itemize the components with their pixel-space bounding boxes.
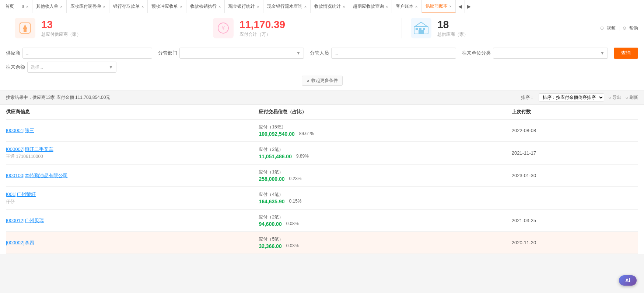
nav-tab-payment-exec-label: 收款核销执行 — [190, 3, 217, 10]
nav-tab-bank-deposit-label: 银行存取款单 — [113, 3, 140, 10]
nav-tab-customer-ledger[interactable]: 客户账本 × — [392, 0, 421, 13]
payable-percent-5: 0.03% — [286, 243, 299, 248]
payable-percent-0: 89.61% — [299, 131, 314, 136]
supplier-link-4[interactable]: [000012]广州贝瑞 — [6, 217, 259, 224]
nav-tab-other-income[interactable]: 其他收入单 × — [32, 0, 66, 13]
payable-amount-0[interactable]: 100,092,540.00 — [259, 131, 294, 137]
payable-suppliers-label: 总应付供应商（家） — [41, 31, 81, 38]
balance-label: 往来余额 — [6, 64, 25, 70]
payable-amount-5[interactable]: 32,366.00 — [259, 243, 281, 249]
svg-rect-6 — [416, 28, 418, 30]
nav-tab-cash-bank-stats-close[interactable]: × — [257, 4, 259, 9]
payable-amount-3[interactable]: 164,635.90 — [259, 199, 284, 204]
table-row: [000007]恒旺二手叉车 王通 17106110000 应付（2笔） 11,… — [6, 142, 638, 165]
balance-select[interactable]: 选择... ▼ — [27, 62, 116, 73]
export-icon: ○ — [609, 95, 611, 100]
sort-select[interactable]: 排序：按应付余额倒序排序 — [539, 93, 604, 101]
nav-tab-payment-exec[interactable]: 收款核销执行 × — [186, 0, 225, 13]
payable-amount-4[interactable]: 94,600.00 — [259, 221, 281, 227]
supplier-input[interactable]: ... — [22, 48, 152, 59]
svg-rect-8 — [423, 28, 425, 30]
nav-tab-advance-offset-label: 预收冲应收单 — [151, 3, 178, 10]
supplier-link-5[interactable]: [000002]李四 — [6, 239, 259, 246]
nav-tab-overdue-query-close[interactable]: × — [386, 4, 388, 9]
nav-tab-home-label: 首页 — [5, 3, 14, 10]
payable-percent-3: 0.15% — [289, 199, 301, 204]
payable-info-4: 应付（2笔） 94,600.00 0.08% — [259, 214, 511, 227]
summary-total-suppliers-text: 18 总供应商（家） — [437, 18, 468, 38]
supplier-info-5: [000002]李四 — [6, 239, 259, 246]
filter-row-2: 往来余额 选择... ▼ — [6, 62, 638, 73]
nav-tab-overdue-query[interactable]: 超期应收款查询 × — [349, 0, 392, 13]
total-payable-amount: 11,170.39 — [239, 18, 286, 31]
svg-marker-10 — [415, 22, 427, 27]
supplier-info-0: [000001]张三 — [6, 127, 259, 134]
category-label: 往来单位分类 — [462, 50, 491, 56]
nav-tab-cash-bank-stats-label: 现金银行统计 — [228, 3, 255, 10]
collapse-label: 收起更多条件 — [311, 77, 338, 84]
table-container: 供应商信息 应付交易信息（占比） 上次付数 [000001]张三 应付（15笔）… — [0, 105, 644, 254]
nav-tab-bank-deposit[interactable]: 银行存取款单 × — [109, 0, 148, 13]
total-suppliers-count: 18 — [437, 18, 468, 31]
nav-tab-3[interactable]: 3 × — [18, 0, 32, 13]
nav-tab-ar-ap-adjust[interactable]: 应收应付调整单 × — [67, 0, 109, 13]
supplier-link-0[interactable]: [000001]张三 — [6, 127, 259, 134]
video-link[interactable]: 视频 — [607, 25, 616, 31]
filter-row-1: 供应商 ... 分管部门 ▼ 分管人员 ... 往来单位分类 ▼ 查询 — [6, 48, 638, 59]
person-label: 分管人员 — [310, 50, 329, 56]
nav-tab-cash-flow-query-label: 现金银行流水查询 — [267, 3, 302, 10]
supplier-info-4: [000012]广州贝瑞 — [6, 217, 259, 224]
filter-area: 供应商 ... 分管部门 ▼ 分管人员 ... 往来单位分类 ▼ 查询 — [0, 43, 644, 90]
top-links: ⊙ 视频 | ⊙ 帮助 — [600, 25, 638, 31]
summary-bar: 13 总应付供应商（家） ¥ 11,170.39 应付合计（万） — [0, 13, 644, 43]
nav-tab-bank-deposit-close[interactable]: × — [141, 4, 144, 9]
dept-select[interactable]: ▼ — [179, 48, 304, 59]
nav-tab-payment-exec-close[interactable]: × — [218, 4, 221, 9]
last-pay-5: 2020-11-20 — [512, 240, 638, 245]
payable-amount-1[interactable]: 11,051,486.00 — [259, 154, 292, 159]
supplier-info-3: [001]广州荣轩 仔仔 — [6, 191, 259, 205]
payable-label-1: 应付（2笔） — [259, 146, 511, 153]
person-input[interactable]: ... — [331, 48, 456, 59]
export-button[interactable]: ○ 导出 — [609, 94, 621, 101]
nav-tab-ar-ap-adjust-close[interactable]: × — [103, 4, 105, 9]
nav-tab-cash-flow-query-close[interactable]: × — [304, 4, 307, 9]
nav-tab-payment-stats-close[interactable]: × — [343, 4, 345, 9]
table-row: [001]广州荣轩 仔仔 应付（4笔） 164,635.90 0.15% — [6, 187, 638, 210]
payable-info-3: 应付（4笔） 164,635.90 0.15% — [259, 192, 511, 204]
nav-tab-advance-offset-close[interactable]: × — [180, 4, 182, 9]
payable-suppliers-count: 13 — [41, 18, 81, 31]
dept-dropdown-icon: ▼ — [296, 51, 301, 56]
nav-tab-cash-bank-stats[interactable]: 现金银行统计 × — [225, 0, 263, 13]
nav-tab-other-income-label: 其他收入单 — [36, 3, 58, 10]
col-header-supplier: 供应商信息 — [6, 108, 259, 115]
nav-right-arrow[interactable]: ▶ — [465, 0, 473, 13]
collapse-button[interactable]: ∧ 收起更多条件 — [302, 76, 343, 86]
nav-tab-supplier-ledger-close[interactable]: × — [449, 4, 452, 8]
nav-tab-cash-flow-query[interactable]: 现金银行流水查询 × — [263, 0, 311, 13]
help-link[interactable]: 帮助 — [629, 25, 638, 31]
payable-info-0: 应付（15笔） 100,092,540.00 89.61% — [259, 124, 511, 137]
payable-amount-2[interactable]: 258,000.00 — [259, 176, 284, 182]
supplier-link-1[interactable]: [000007]恒旺二手叉车 — [6, 146, 259, 153]
nav-tab-advance-offset[interactable]: 预收冲应收单 × — [148, 0, 186, 13]
nav-tab-home[interactable]: 首页 — [1, 0, 18, 13]
supplier-link-3[interactable]: [001]广州荣轩 — [6, 191, 259, 198]
nav-tab-supplier-ledger[interactable]: 供应商账本 × — [422, 0, 456, 13]
search-button[interactable]: 查询 — [614, 48, 638, 59]
nav-tab-3-close[interactable]: × — [26, 4, 28, 9]
payable-label-0: 应付（15笔） — [259, 124, 511, 130]
svg-rect-7 — [419, 28, 421, 30]
nav-left-arrow[interactable]: ◀ — [456, 0, 465, 13]
export-label: 导出 — [612, 94, 621, 101]
refresh-button[interactable]: ○ 刷新 — [626, 94, 638, 101]
supplier-link-2[interactable]: [000100]本特勤油品有限公司 — [6, 172, 259, 179]
nav-tab-customer-ledger-close[interactable]: × — [415, 4, 417, 9]
nav-tab-other-income-close[interactable]: × — [60, 4, 62, 9]
category-select[interactable]: ▼ — [493, 48, 608, 59]
payable-label-3: 应付（4笔） — [259, 192, 511, 198]
table-row: [000001]张三 应付（15笔） 100,092,540.00 89.61%… — [6, 120, 638, 142]
nav-tab-payment-stats[interactable]: 收款情况统计 × — [311, 0, 349, 13]
summary-card-total-payable: ¥ 11,170.39 应付合计（万） — [204, 18, 402, 38]
payable-suppliers-icon — [15, 18, 35, 38]
